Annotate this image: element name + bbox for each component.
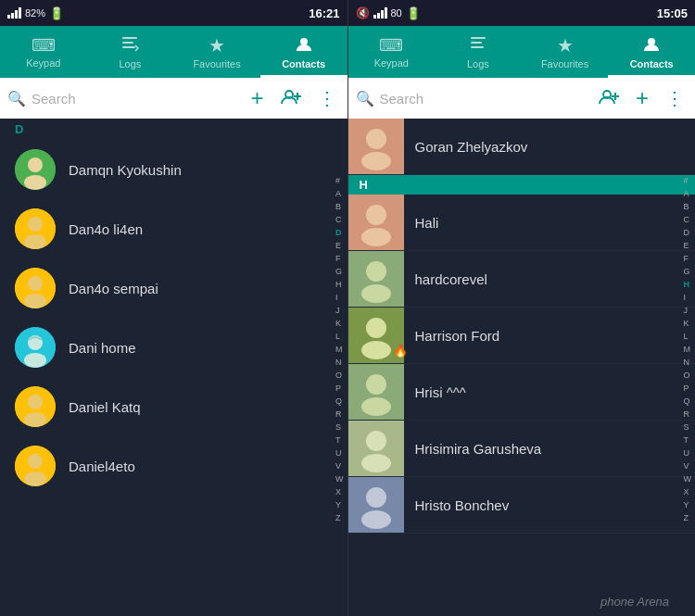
right-tab-bar: ⌨ Keypad Logs ★ Favourites Contacts	[348, 26, 696, 78]
contact-item-hali[interactable]: Hali	[348, 195, 696, 251]
menu-button-left[interactable]: ⋮	[314, 87, 340, 109]
tab-contacts-label-left: Contacts	[282, 58, 325, 69]
svg-rect-27	[471, 46, 484, 48]
contact-item-hrisi[interactable]: Hrisi ^^^	[348, 364, 696, 421]
contact-item-dan4o-li4en[interactable]: Dan4o li4en	[0, 199, 348, 258]
svg-point-8	[28, 157, 43, 172]
right-search-actions: + ⋮	[595, 83, 688, 113]
add-button-right[interactable]: +	[632, 83, 652, 113]
left-time: 16:21	[309, 6, 339, 20]
svg-point-40	[361, 284, 391, 303]
svg-point-15	[24, 294, 46, 308]
avatar-daniel-katq	[15, 386, 56, 427]
right-battery-pct: 80	[391, 7, 402, 19]
left-status-left: 82% 🔋	[7, 6, 64, 20]
avatar-hrisi	[348, 364, 404, 420]
contact-name-hrisimira: Hrisimira Garusheva	[404, 441, 696, 457]
left-alpha-index: # A B C D E F G H I J K L M N O P Q R S …	[334, 174, 346, 524]
section-h-header: H	[348, 175, 696, 195]
contact-name-dan4o-li4en: Dan4o li4en	[69, 221, 143, 237]
tab-contacts-right[interactable]: Contacts	[608, 26, 695, 78]
tab-logs-left[interactable]: Logs	[87, 26, 174, 78]
svg-point-49	[361, 454, 391, 472]
contact-name-daniel4eto: Daniel4eto	[69, 459, 135, 474]
svg-point-39	[366, 261, 386, 282]
svg-point-28	[648, 38, 655, 45]
search-icon-right: 🔍	[356, 90, 374, 107]
contact-name-hali: Hali	[404, 215, 696, 231]
svg-point-36	[366, 205, 386, 225]
search-icon-left: 🔍	[7, 90, 26, 107]
svg-point-23	[28, 454, 43, 469]
contacts-icon-right	[642, 35, 661, 57]
contact-item-hristo[interactable]: Hristo Bonchev	[348, 477, 696, 534]
svg-rect-26	[471, 42, 482, 44]
contact-name-dan4o-sempai: Dan4o sempai	[69, 281, 158, 296]
svg-point-45	[366, 374, 386, 395]
contact-item-goran[interactable]: Goran Zhelyazkov	[348, 119, 696, 175]
signal-icon	[7, 7, 21, 19]
add-contact-button-left[interactable]	[277, 85, 305, 112]
contact-item-damqn[interactable]: Damqn Kyokushin	[0, 140, 348, 199]
tab-favourites-right[interactable]: ★ Favourites	[522, 26, 609, 78]
contact-item-daniel4eto[interactable]: Daniel4eto	[0, 436, 348, 496]
avatar-hardcorevel	[348, 251, 404, 307]
tab-logs-right[interactable]: Logs	[435, 26, 522, 78]
svg-rect-25	[471, 37, 486, 39]
contact-name-goran: Goran Zhelyazkov	[404, 139, 696, 155]
left-search-bar: 🔍 Search + ⋮	[0, 78, 348, 119]
left-tab-bar: ⌨ Keypad Logs ★ Favourites Contacts	[0, 26, 348, 78]
avatar-hristo	[348, 477, 404, 533]
svg-point-33	[366, 129, 386, 149]
contact-item-harrison[interactable]: Harrison Ford 🔥	[348, 308, 696, 364]
right-alpha-index: # A B C D E F G H I J K L M N O P Q R S …	[682, 174, 694, 524]
keypad-icon-right: ⌨	[379, 35, 403, 56]
contact-item-daniel-katq[interactable]: Daniel Katq	[0, 377, 348, 436]
svg-point-18	[24, 353, 46, 368]
add-button-left[interactable]: +	[246, 83, 267, 113]
right-panel: 🔇 80 🔋 15:05 ⌨ Keypad Logs ★ Favourites	[348, 0, 696, 616]
tab-contacts-label-right: Contacts	[630, 58, 674, 69]
tab-keypad-right[interactable]: ⌨ Keypad	[348, 26, 436, 78]
left-search-placeholder[interactable]: Search	[32, 91, 241, 107]
svg-point-46	[361, 397, 391, 416]
right-status-left: 🔇 80 🔋	[356, 6, 421, 20]
contact-item-hrisimira[interactable]: Hrisimira Garusheva	[348, 421, 696, 477]
tab-contacts-left[interactable]: Contacts	[260, 26, 348, 78]
menu-button-right[interactable]: ⋮	[662, 85, 688, 111]
tab-favourites-left[interactable]: ★ Favourites	[173, 26, 260, 78]
tab-favourites-label-left: Favourites	[193, 58, 240, 69]
contact-name-damqn: Damqn Kyokushin	[69, 162, 182, 178]
right-status-bar: 🔇 80 🔋 15:05	[348, 0, 696, 26]
contact-item-hardcorevel[interactable]: hardcorevel	[348, 251, 696, 308]
favourites-icon-right: ★	[557, 34, 574, 57]
watermark: phone Arena	[600, 595, 669, 609]
right-contact-list: Goran Zhelyazkov H Hali hardcorevel Harr…	[348, 119, 696, 616]
contact-item-dani-home[interactable]: Dani home	[0, 318, 348, 377]
logs-icon-right	[469, 35, 487, 57]
avatar-daniel4eto	[15, 446, 56, 486]
svg-point-20	[28, 395, 43, 409]
contact-item-dan4o-sempai[interactable]: Dan4o sempai	[0, 258, 348, 318]
avatar-damqn	[15, 149, 56, 190]
svg-point-12	[24, 234, 46, 249]
svg-point-21	[24, 412, 46, 427]
right-signal-icon	[373, 7, 387, 19]
svg-point-9	[24, 175, 46, 190]
svg-point-43	[361, 341, 391, 359]
svg-point-11	[28, 217, 43, 232]
mute-icon: 🔇	[356, 6, 370, 19]
avatar-dani-home	[15, 327, 56, 368]
svg-point-52	[361, 510, 391, 529]
tab-keypad-label-left: Keypad	[26, 57, 60, 69]
svg-point-42	[366, 318, 386, 338]
logs-icon	[120, 35, 139, 57]
tab-keypad-left[interactable]: ⌨ Keypad	[0, 26, 87, 78]
right-search-placeholder[interactable]: Search	[380, 91, 589, 107]
svg-point-51	[366, 487, 386, 508]
contact-name-hardcorevel: hardcorevel	[404, 271, 696, 287]
tab-logs-label-right: Logs	[467, 58, 489, 69]
add-contact-button-right[interactable]	[595, 85, 623, 112]
left-search-actions: + ⋮	[246, 83, 339, 113]
avatar-dan4o-li4en	[15, 208, 56, 249]
